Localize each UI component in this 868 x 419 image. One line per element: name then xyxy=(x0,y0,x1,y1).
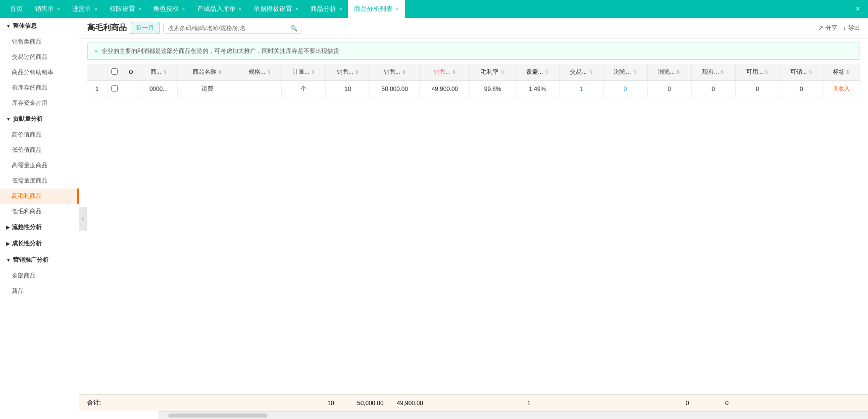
sidebar-item-inventory-goods[interactable]: 有库存的商品 xyxy=(0,80,79,95)
col-code[interactable]: 商... ⇅ xyxy=(140,64,178,81)
nav-close-roles[interactable]: × xyxy=(182,6,185,12)
cell-checkbox xyxy=(107,81,122,97)
nav-item-analysis[interactable]: 商品分析× xyxy=(305,0,348,18)
nav-item-home[interactable]: 首页 xyxy=(4,0,29,18)
nav-close-purchase[interactable]: × xyxy=(94,6,97,12)
nav-close-permissions[interactable]: × xyxy=(138,6,141,12)
sidebar-collapse-button[interactable]: « xyxy=(79,207,87,231)
group-label-trend: 流趋性分析 xyxy=(12,223,42,232)
nav-close-templates[interactable]: × xyxy=(295,6,298,12)
cell-settings xyxy=(122,81,140,97)
col-name[interactable]: 商品名称 ⇅ xyxy=(177,64,238,81)
sidebar: ▼整体信息销售类商品交易过的商品商品分销助销率有库存的商品库存资金占用▼贡献量分… xyxy=(0,18,79,419)
info-text: 企业的主要的利润都是这部分商品创造的，可考虑加大推广，同时关注库存是不要出现缺货 xyxy=(102,47,339,55)
cell-trade[interactable]: 1 xyxy=(560,81,604,97)
col-trade[interactable]: 交易... ⇅ xyxy=(560,64,604,81)
nav-item-roles[interactable]: 角色授权× xyxy=(147,0,191,18)
cell-spec xyxy=(238,81,282,97)
group-arrow-wealth: ▼ xyxy=(6,116,11,122)
sidebar-item-traded-goods[interactable]: 交易过的商品 xyxy=(0,49,79,65)
sidebar-item-high-price[interactable]: 高价值商品 xyxy=(0,127,79,142)
nav-item-templates[interactable]: 单据模板设置× xyxy=(248,0,304,18)
cell-tag[interactable]: 高收入 xyxy=(823,81,860,97)
footer-available: 0 xyxy=(667,400,707,407)
col-checkbox[interactable] xyxy=(107,64,122,81)
footer-sales-profit: 49,900.00 xyxy=(390,400,430,407)
group-label-wealth: 贡献量分析 xyxy=(13,115,43,123)
cell-saleable: 0 xyxy=(779,81,823,97)
sidebar-group-overall[interactable]: ▼整体信息 xyxy=(0,18,79,34)
data-table: ⚙ 商... ⇅ 商品名称 ⇅ 规格... ⇅ 计量... ⇅ 销售... ⇅ … xyxy=(87,64,860,97)
cell-index: 1 xyxy=(87,81,107,97)
nav-item-analysis-list[interactable]: 商品分析列表× xyxy=(348,0,405,18)
col-sales-qty[interactable]: 销售... ⇅ xyxy=(326,64,370,81)
footer-empty9 xyxy=(588,400,628,407)
select-all-checkbox[interactable] xyxy=(111,68,118,75)
footer-empty6 xyxy=(430,400,469,407)
share-icon: ↗ xyxy=(818,24,823,32)
sidebar-item-inventory-ratio[interactable]: 库存资金占用 xyxy=(0,95,79,111)
table-row: 10000...运费个1050,000.0049,900.0099.8%1.49… xyxy=(87,81,860,97)
close-window-button[interactable]: × xyxy=(852,4,864,13)
search-input[interactable] xyxy=(168,25,288,32)
footer-empty5 xyxy=(271,400,311,407)
export-button[interactable]: ↓ 导出 xyxy=(843,24,861,32)
col-browse2[interactable]: 浏览... ⇅ xyxy=(647,64,691,81)
cell-code: 0000... xyxy=(140,81,178,97)
col-available[interactable]: 可用... ⇅ xyxy=(735,64,779,81)
row-checkbox[interactable] xyxy=(111,85,118,92)
footer-label: 合计: xyxy=(87,399,101,407)
col-browse1[interactable]: 浏览... ⇅ xyxy=(604,64,648,81)
scrollbar-thumb[interactable] xyxy=(168,414,267,418)
col-sales-amount[interactable]: 销售... ⇅ xyxy=(370,64,420,81)
col-coverage[interactable]: 覆盖... ⇅ xyxy=(515,64,560,81)
nav-close-products[interactable]: × xyxy=(239,6,242,12)
col-tag[interactable]: 标签 ⇅ xyxy=(823,64,860,81)
cell-sales-profit: 49,900.00 xyxy=(420,81,470,97)
footer-empty7 xyxy=(469,400,509,407)
group-arrow-growth: ▶ xyxy=(6,241,10,246)
link-value[interactable]: 1 xyxy=(580,86,583,93)
cell-margin-rate: 99.8% xyxy=(470,81,515,97)
nav-close-analysis[interactable]: × xyxy=(339,6,342,12)
sidebar-item-low-price[interactable]: 低价值商品 xyxy=(0,142,79,158)
col-settings[interactable]: ⚙ xyxy=(122,64,140,81)
footer-empty10 xyxy=(628,400,667,407)
sidebar-item-low-freq[interactable]: 低需量度商品 xyxy=(0,173,79,188)
nav-item-products[interactable]: 产成品入库单× xyxy=(191,0,248,18)
col-index xyxy=(87,64,107,81)
horizontal-scrollbar[interactable] xyxy=(158,411,868,419)
sidebar-item-new-goods[interactable]: 新品 xyxy=(0,283,79,299)
filter-recent-month-button[interactable]: 近一月 xyxy=(131,22,159,34)
sidebar-item-high-freq[interactable]: 高需量度商品 xyxy=(0,158,79,173)
col-spec[interactable]: 规格... ⇅ xyxy=(238,64,282,81)
sidebar-group-growth[interactable]: ▶成长性分析 xyxy=(0,235,79,252)
nav-close-sales[interactable]: × xyxy=(57,6,60,12)
cell-browse1[interactable]: 0 xyxy=(604,81,648,97)
footer-saleable: 0 xyxy=(707,400,747,407)
col-unit[interactable]: 计量... ⇅ xyxy=(282,64,326,81)
col-saleable[interactable]: 可销... ⇅ xyxy=(779,64,823,81)
sidebar-item-analysis-rate[interactable]: 商品分销助销率 xyxy=(0,65,79,80)
search-icon[interactable]: 🔍 xyxy=(290,25,298,32)
col-sales-profit[interactable]: 销售... ⇅ xyxy=(420,64,470,81)
content-header: 高毛利商品 近一月 🔍 ↗ 分享 ↓ 导出 xyxy=(79,18,868,39)
share-button[interactable]: ↗ 分享 xyxy=(818,24,837,32)
link-value[interactable]: 0 xyxy=(624,86,627,93)
sidebar-item-sales-goods[interactable]: 销售类商品 xyxy=(0,34,79,49)
group-arrow-trend: ▶ xyxy=(6,225,10,230)
sidebar-item-low-margin[interactable]: 低毛利商品 xyxy=(0,204,79,219)
table-container[interactable]: ⚙ 商... ⇅ 商品名称 ⇅ 规格... ⇅ 计量... ⇅ 销售... ⇅ … xyxy=(79,64,868,419)
sidebar-group-wealth[interactable]: ▼贡献量分析 xyxy=(0,111,79,127)
sidebar-item-all-goods[interactable]: 全部商品 xyxy=(0,268,79,283)
col-current[interactable]: 现有... ⇅ xyxy=(691,64,735,81)
nav-item-sales[interactable]: 销售单× xyxy=(29,0,66,18)
sidebar-group-marketing[interactable]: ▼营销推广分析 xyxy=(0,252,79,268)
nav-close-analysis-list[interactable]: × xyxy=(396,6,399,12)
sidebar-group-trend[interactable]: ▶流趋性分析 xyxy=(0,219,79,235)
nav-item-purchase[interactable]: 进货单× xyxy=(66,0,103,18)
nav-item-permissions[interactable]: 权限设置× xyxy=(103,0,147,18)
col-margin-rate[interactable]: 毛利率 ⇅ xyxy=(470,64,515,81)
sidebar-item-high-margin[interactable]: 高毛利商品 xyxy=(0,188,79,204)
cell-unit: 个 xyxy=(282,81,326,97)
